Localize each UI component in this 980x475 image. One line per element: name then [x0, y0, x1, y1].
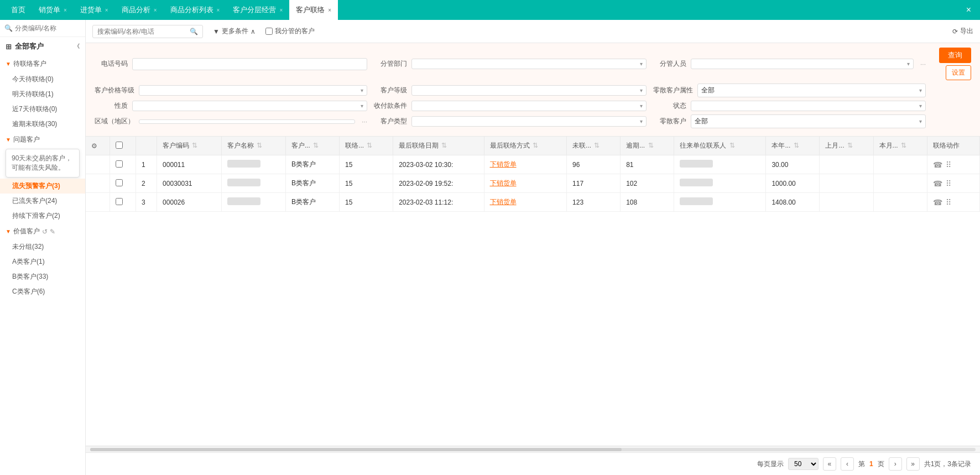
sidebar-all-customers[interactable]: ⊞ 全部客户 《	[0, 37, 85, 56]
first-page-btn[interactable]: «	[823, 457, 836, 471]
retail-customer-select[interactable]: 全部 ▾	[691, 114, 926, 128]
my-customers-checkbox-label[interactable]: 我分管的客户	[265, 27, 315, 36]
row-last-method[interactable]: 下销货单	[484, 155, 567, 174]
sidebar-item-class-c[interactable]: C类客户(6)	[0, 284, 85, 299]
col-code[interactable]: 客户编码 ⇅	[157, 137, 221, 155]
col-contact-person[interactable]: 往来单位联系人 ⇅	[674, 137, 766, 155]
table-body: 1 000011 B类客户 15 2023-03-02 10:30: 下销货单 …	[86, 155, 980, 212]
customer-level-select[interactable]: ▾	[411, 85, 647, 96]
sidebar-item-ungrouped[interactable]: 未分组(32)	[0, 239, 85, 254]
row-checkbox[interactable]	[110, 155, 135, 174]
more-conditions-btn[interactable]: ▼ 更多条件 ∧	[208, 24, 260, 38]
sidebar-item-7days[interactable]: 近7天待联络(0)	[0, 102, 85, 117]
price-level-select[interactable]: ▾	[139, 85, 367, 96]
col-settings-icon[interactable]: ⚙	[91, 142, 97, 150]
person-select[interactable]: ▾	[691, 59, 914, 69]
main-layout: 🔍 ⊞ 全部客户 《 ▼ 待联络客户 今天待联络(0) 明天待联络(1) 近7天…	[0, 20, 980, 475]
col-checkbox[interactable]	[110, 137, 135, 155]
nav-purchase[interactable]: 进货单 ×	[74, 0, 115, 20]
refresh-icon[interactable]: ↺	[42, 228, 48, 236]
action-more-icon[interactable]: ⠿	[946, 160, 951, 169]
nav-home[interactable]: 首页	[4, 0, 32, 20]
sidebar-group-pending-header[interactable]: ▼ 待联络客户	[0, 56, 85, 72]
sidebar-item-class-a[interactable]: A类客户(1)	[0, 254, 85, 269]
col-this-year[interactable]: 本年... ⇅	[766, 137, 820, 155]
col-uncontacted[interactable]: 未联... ⇅	[567, 137, 621, 155]
sidebar-item-class-b[interactable]: B类客户(33)	[0, 269, 85, 284]
row-checkbox[interactable]	[110, 193, 135, 212]
select-all-checkbox[interactable]	[116, 142, 123, 149]
sidebar-group-value-header[interactable]: ▼ 价值客户 ↺ ✎	[0, 223, 85, 239]
horizontal-scrollbar[interactable]	[86, 446, 980, 452]
action-more-icon[interactable]: ⠿	[946, 198, 951, 207]
sidebar-item-today[interactable]: 今天待联络(0)	[0, 72, 85, 87]
nature-arrow-icon: ▾	[361, 103, 363, 109]
row-name	[221, 174, 285, 193]
status-label: 状态	[653, 101, 686, 111]
nav-customer-segmentation[interactable]: 客户分层经营 ×	[226, 0, 289, 20]
nav-purchase-close[interactable]: ×	[105, 7, 108, 13]
action-contact-icon[interactable]: ☎	[933, 198, 942, 207]
customer-type-select[interactable]: ▾	[411, 116, 647, 127]
nav-product-list-close[interactable]: ×	[217, 7, 220, 13]
nav-customer-contact-close[interactable]: ×	[328, 7, 331, 13]
col-settings[interactable]: ⚙	[86, 137, 110, 155]
nav-customer-seg-close[interactable]: ×	[279, 7, 283, 13]
col-overdue[interactable]: 逾期... ⇅	[621, 137, 674, 155]
nav-product-analysis[interactable]: 商品分析 ×	[115, 0, 164, 20]
row-last-method[interactable]: 下销货单	[484, 174, 567, 193]
dept-select[interactable]: ▾	[411, 59, 647, 69]
main-search-input[interactable]	[97, 28, 190, 35]
nav-customer-contact[interactable]: 客户联络 ×	[289, 0, 338, 20]
region-dots[interactable]: ···	[362, 118, 367, 126]
person-dots[interactable]: ···	[920, 60, 926, 68]
close-all-button[interactable]: ×	[962, 5, 976, 15]
action-more-icon[interactable]: ⠿	[946, 179, 951, 188]
export-button[interactable]: ⟳ 导出	[952, 27, 973, 36]
action-contact-icon[interactable]: ☎	[933, 160, 942, 169]
row-last-method[interactable]: 下销货单	[484, 193, 567, 212]
payment-select[interactable]: ▾	[411, 101, 647, 111]
per-page-select[interactable]: 50 100 200	[788, 458, 819, 470]
my-customers-checkbox[interactable]	[265, 28, 273, 35]
sidebar-item-overdue[interactable]: 逾期未联络(30)	[0, 117, 85, 132]
col-contact[interactable]: 联络... ⇅	[340, 137, 393, 155]
scrollbar-thumb[interactable]	[90, 448, 622, 451]
col-type[interactable]: 客户... ⇅	[285, 137, 339, 155]
last-page-btn[interactable]: »	[906, 457, 920, 471]
row-code: 000011	[157, 155, 221, 174]
sidebar-item-tomorrow[interactable]: 明天待联络(1)	[0, 87, 85, 102]
prev-page-btn[interactable]: ‹	[841, 457, 854, 471]
row-checkbox[interactable]	[110, 174, 135, 193]
sidebar-item-churned[interactable]: 已流失客户(24)	[0, 194, 85, 208]
col-this-month[interactable]: 本月... ⇅	[873, 137, 927, 155]
status-select[interactable]: ▾	[691, 101, 926, 111]
nav-product-list[interactable]: 商品分析列表 ×	[164, 0, 227, 20]
nature-select[interactable]: ▾	[132, 101, 367, 111]
sidebar-item-churn-warning[interactable]: 流失预警客户(3)	[0, 179, 85, 194]
col-last-month[interactable]: 上月... ⇅	[820, 137, 873, 155]
field-price-level: 客户价格等级 ▾	[95, 85, 367, 96]
col-last-method[interactable]: 最后联络方式 ⇅	[484, 137, 567, 155]
action-contact-icon[interactable]: ☎	[933, 179, 942, 188]
query-button[interactable]: 查询	[939, 48, 971, 63]
edit-icon[interactable]: ✎	[50, 228, 55, 236]
nav-sales-close[interactable]: ×	[64, 7, 67, 13]
next-page-btn[interactable]: ›	[889, 457, 902, 471]
region-select[interactable]	[139, 119, 355, 124]
sidebar-group-problem-header[interactable]: ▼ 问题客户	[0, 132, 85, 148]
chevron-down-icon: ∧	[251, 28, 256, 35]
customer-type-label: 客户类型	[374, 117, 407, 126]
col-last-date[interactable]: 最后联络日期 ⇅	[393, 137, 484, 155]
nav-sales[interactable]: 销货单 ×	[32, 0, 74, 20]
search-submit-icon[interactable]: 🔍	[190, 28, 198, 35]
nav-product-analysis-close[interactable]: ×	[154, 7, 157, 13]
row-code: 00030031	[157, 174, 221, 193]
sidebar-item-declining[interactable]: 持续下滑客户(2)	[0, 208, 85, 223]
phone-input[interactable]	[132, 58, 367, 70]
sidebar-search-input[interactable]	[15, 24, 81, 32]
retail-attr-select[interactable]: 全部 ▾	[697, 83, 926, 97]
scrollbar-track[interactable]	[90, 448, 976, 451]
col-name[interactable]: 客户名称 ⇅	[221, 137, 285, 155]
settings-button[interactable]: 设置	[946, 65, 971, 80]
